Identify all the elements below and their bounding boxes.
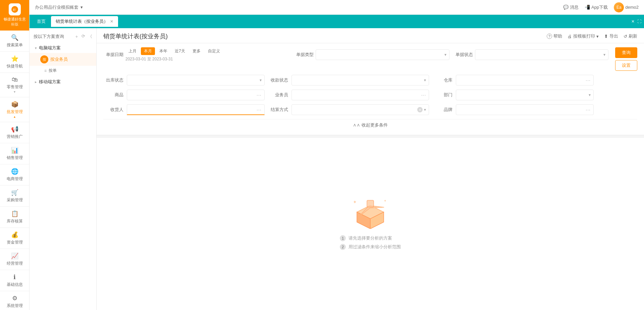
settings-button[interactable]: 设置: [615, 60, 637, 71]
query-button[interactable]: 查询: [615, 47, 637, 58]
svg-text:✦: ✦: [384, 199, 386, 203]
collapse-conditions-button[interactable]: ∧∧ 收起更多条件: [353, 122, 388, 127]
sidebar-item-label: 搜索菜单: [7, 42, 23, 48]
export-button[interactable]: ⬆ 导出: [604, 33, 618, 39]
page-title-bar: 销货单统计表(按业务员) ? 帮助 🖨 按模板打印 ▾ ⬆ 导出: [97, 28, 644, 43]
warehouse-field[interactable]: ···: [456, 75, 594, 86]
filter-actions: 查询 设置: [615, 47, 637, 71]
type-label: 单据类型: [293, 52, 314, 58]
type-field[interactable]: ▾: [316, 49, 449, 60]
sidebar-item-system[interactable]: ⚙ 系统管理: [0, 291, 29, 310]
receiver-label: 收货人: [103, 107, 123, 113]
sidebar-item-marketing[interactable]: 📢 营销推广: [0, 122, 29, 143]
date-last-month-btn[interactable]: 上月: [125, 47, 140, 55]
avatar: Ea: [614, 2, 624, 12]
receiver-field[interactable]: ···: [127, 104, 265, 115]
warehouse-label: 仓库: [432, 77, 452, 83]
sidebar-item-basic-info[interactable]: ℹ 基础信息: [0, 270, 29, 291]
top-header: 办公用品行业模拟账套 ▾ 💬 消息 📲 App下载 Ea demo2: [30, 0, 644, 15]
right-panel: 销货单统计表(按业务员) ? 帮助 🖨 按模板打印 ▾ ⬆ 导出: [97, 28, 644, 310]
brand-label: 品牌: [432, 107, 452, 113]
type-arrow-icon: ▾: [444, 52, 446, 57]
svg-rect-6: [367, 200, 374, 207]
collapse-panel-icon[interactable]: 《: [88, 34, 92, 40]
receipt-status-field[interactable]: ▾: [291, 75, 429, 86]
warehouse-dots-icon: ···: [586, 78, 591, 83]
date-custom-btn[interactable]: 自定义: [205, 47, 223, 55]
marketing-icon: 📢: [11, 125, 18, 133]
dropdown-arrow-icon[interactable]: ▾: [80, 5, 83, 10]
sidebar-item-label: 批发管理: [7, 109, 23, 115]
page-content: 按以下方案查询 ＋ ⟳ 《 ▾ 电脑端方案 按 按业务员: [30, 28, 644, 310]
sidebar-item-sales[interactable]: 📊 销售管理: [0, 143, 29, 164]
tab-home[interactable]: 首页: [32, 16, 50, 27]
step-1-number: 1: [340, 235, 346, 241]
header-left: 办公用品行业模拟账套 ▾: [35, 4, 83, 10]
left-panel-title: 按以下方案查询: [34, 34, 64, 40]
out-status-arrow-icon: ▾: [260, 78, 262, 83]
step-2-text: 用过滤条件来缩小分析范围: [348, 244, 401, 250]
gear-icon: ⚙: [12, 295, 17, 302]
date-more-btn[interactable]: 更多: [190, 47, 204, 55]
sidebar-item-label: 电商管理: [7, 176, 23, 182]
scheme-item-label: 按单: [49, 68, 57, 73]
sidebar-item-operation[interactable]: 📈 经营管理: [0, 249, 29, 270]
sidebar-logo: 好 畅捷通好生意 标版: [0, 0, 29, 31]
sidebar-item-purchase[interactable]: 🛒 采购管理: [0, 186, 29, 207]
date-last7-btn[interactable]: 近7天: [172, 47, 188, 55]
group-label: 移动端方案: [39, 79, 61, 85]
settlement-clear-icon[interactable]: ✕: [417, 107, 423, 112]
main-area: 办公用品行业模拟账套 ▾ 💬 消息 📲 App下载 Ea demo2 首页 销货…: [30, 0, 644, 310]
sidebar-item-quick-nav[interactable]: ⭐ 快捷导航: [0, 52, 29, 73]
sidebar-item-wholesale[interactable]: 📦 批发管理 ▴: [0, 97, 29, 122]
out-status-field[interactable]: ▾: [127, 75, 265, 86]
sidebar-item-finance[interactable]: 💰 资金管理: [0, 228, 29, 249]
step-2-number: 2: [340, 244, 346, 250]
status-field[interactable]: ▾: [475, 49, 608, 60]
brand-field[interactable]: ···: [456, 104, 594, 115]
star-icon: ⭐: [11, 55, 18, 62]
date-label: 单据日期: [103, 52, 123, 58]
dept-field[interactable]: ▾: [456, 90, 594, 100]
date-this-year-btn[interactable]: 本年: [156, 47, 170, 55]
brand-dots-icon: ···: [586, 107, 591, 112]
sidebar-item-retail[interactable]: 🛍 零售管理 ▾: [0, 73, 29, 97]
goods-field[interactable]: ···: [127, 90, 265, 100]
tab-sales-stat[interactable]: 销货单统计表（按业务员） ✕: [51, 16, 118, 27]
sidebar-item-search[interactable]: 🔍 搜索菜单: [0, 31, 29, 52]
svg-text:✦: ✦: [353, 199, 357, 205]
left-panel: 按以下方案查询 ＋ ⟳ 《 ▾ 电脑端方案 按 按业务员: [30, 28, 97, 310]
sales-icon: 📊: [11, 147, 18, 154]
sidebar-item-inventory[interactable]: 📋 库存核算: [0, 207, 29, 228]
purchase-icon: 🛒: [11, 189, 18, 196]
window-close-icon[interactable]: ✕: [631, 19, 635, 24]
scheme-group-mobile-title[interactable]: ▸ 移动端方案: [30, 77, 96, 87]
scheme-group-desktop-title[interactable]: ▾ 电脑端方案: [30, 43, 96, 53]
scheme-item-label: 按业务员: [50, 56, 68, 62]
scheme-item-by-order[interactable]: ≡ 按单: [30, 66, 96, 75]
filter-row-2: 出库状态 ▾ 收款状态 ▾ 仓库 ···: [103, 75, 637, 86]
user-menu[interactable]: Ea demo2: [614, 2, 639, 12]
help-button[interactable]: ? 帮助: [547, 33, 562, 39]
salesperson-field[interactable]: ···: [291, 90, 429, 100]
settlement-field[interactable]: ✕ ▾: [291, 104, 429, 115]
status-label: 单据状态: [453, 52, 473, 58]
empty-illustration: ✦ ✦ ·: [350, 195, 390, 230]
scheme-icon-salesperson: 按: [40, 55, 48, 63]
message-button[interactable]: 💬 消息: [563, 4, 579, 10]
sidebar-item-ecommerce[interactable]: 🌐 电商管理: [0, 164, 29, 186]
app-download-button[interactable]: 📲 App下载: [585, 4, 608, 10]
scheme-item-by-salesperson[interactable]: 按 按业务员: [30, 53, 96, 66]
refresh-button[interactable]: ↺ 刷新: [624, 33, 637, 39]
refresh-scheme-icon[interactable]: ⟳: [82, 34, 85, 40]
date-this-month-btn[interactable]: 本月: [141, 47, 155, 55]
download-icon: 📲: [585, 5, 590, 10]
template-print-button[interactable]: 🖨 按模板打印 ▾: [568, 33, 599, 39]
window-maximize-icon[interactable]: ⛶: [637, 19, 641, 24]
ecommerce-icon: 🌐: [11, 168, 18, 175]
add-scheme-icon[interactable]: ＋: [74, 34, 79, 40]
tab-close-icon[interactable]: ✕: [110, 19, 113, 24]
sidebar-item-label: 库存核算: [7, 218, 23, 224]
message-icon: 💬: [563, 5, 569, 10]
group-label: 电脑端方案: [39, 45, 61, 51]
